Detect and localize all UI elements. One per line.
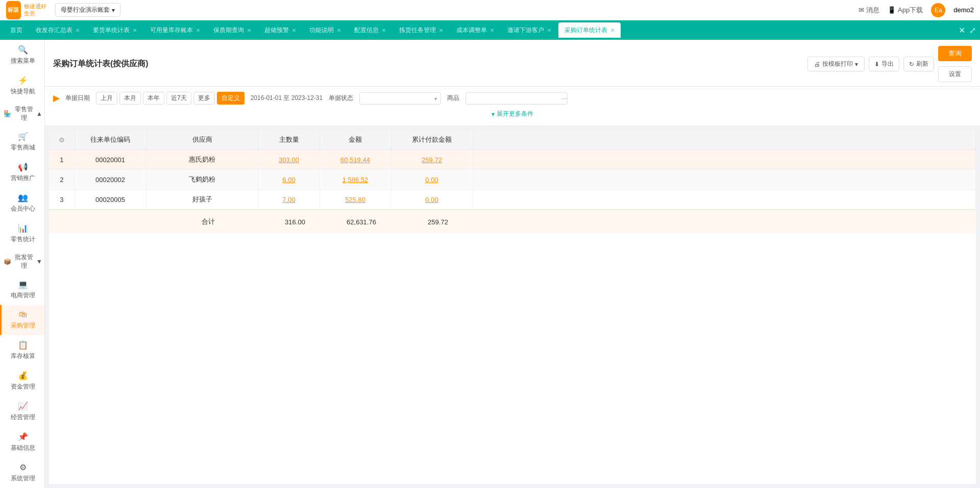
sidebar-label: 零售管理: [13, 105, 34, 122]
sidebar-item-marketing[interactable]: 📢 营销推广: [0, 157, 44, 188]
sidebar-item-purchase[interactable]: 🛍 采购管理: [0, 305, 44, 335]
query-button[interactable]: 查询: [938, 46, 972, 61]
sidebar-item-inventory[interactable]: 📋 库存核算: [0, 335, 44, 366]
print-button[interactable]: 🖨 按模板打印 ▾: [807, 57, 865, 71]
toggle-filter-button[interactable]: ▶: [53, 93, 59, 103]
expand-label: 展开更多条件: [497, 110, 533, 118]
sidebar-item-operations[interactable]: 📈 经营管理: [0, 396, 44, 427]
user-avatar[interactable]: Ea: [931, 3, 945, 17]
close-icon[interactable]: ✕: [337, 28, 341, 33]
cell-amount: 525.80: [320, 190, 391, 210]
date-preset-this-month[interactable]: 本月: [119, 92, 141, 105]
tab-label: 邀请下游客户: [507, 26, 544, 35]
column-settings-icon[interactable]: ⚙: [59, 136, 65, 144]
date-preset-more[interactable]: 更多: [193, 92, 215, 105]
tab-home[interactable]: 首页: [4, 22, 29, 38]
cell-num: 1: [49, 150, 75, 170]
close-icon[interactable]: ✕: [610, 28, 615, 33]
sidebar-label: 库存核算: [11, 352, 35, 361]
refresh-button[interactable]: ↻ 刷新: [903, 57, 934, 71]
sidebar-item-retail-stats[interactable]: 📊 零售统计: [0, 218, 44, 249]
operations-icon: 📈: [18, 401, 28, 411]
filter-bar: ▶ 单据日期 上月 本月 本年 近7天 更多 自定义 2016-01-01 至 …: [45, 87, 980, 126]
tab-config-info[interactable]: 配置信息 ✕: [348, 22, 392, 38]
top-bar-right: ✉ 消息 📱 App下载 Ea demo2: [859, 3, 974, 17]
logo-icon: 标版: [6, 1, 21, 19]
maximize-button[interactable]: ⤢: [969, 25, 976, 35]
close-icon[interactable]: ✕: [382, 28, 386, 33]
tab-purchase-stats[interactable]: 采购订单统计表 ✕: [558, 22, 621, 38]
close-icon[interactable]: ✕: [547, 28, 551, 33]
page-header-actions: 🖨 按模板打印 ▾ ⬇ 导出 ↻ 刷新 查询 设置: [807, 46, 972, 82]
tab-label: 拣货任务管理: [399, 26, 436, 35]
sidebar-item-member-center[interactable]: 👥 会员中心: [0, 188, 44, 218]
printer-icon: 🖨: [814, 61, 820, 68]
export-icon: ⬇: [874, 61, 879, 68]
goods-input[interactable]: [465, 92, 568, 105]
cell-paid: 0.00: [391, 190, 473, 210]
sidebar-item-quick-nav[interactable]: ⚡ 快捷导航: [0, 70, 44, 101]
close-icon[interactable]: ✕: [247, 28, 251, 33]
sidebar-item-retail-shop[interactable]: 🛒 零售商城: [0, 126, 44, 157]
tab-overstock-warning[interactable]: 超储预警 ✕: [258, 22, 302, 38]
sidebar-label: 电商管理: [11, 291, 35, 300]
date-preset-custom[interactable]: 自定义: [217, 92, 244, 105]
tab-invite-downstream[interactable]: 邀请下游客户 ✕: [501, 22, 557, 38]
tab-inventory-ledger[interactable]: 可用量库存账本 ✕: [144, 22, 206, 38]
close-icon[interactable]: ✕: [292, 28, 296, 33]
nav-tabs: 首页 收发存汇总表 ✕ 要货单统计表 ✕ 可用量库存账本 ✕ 保质期查询 ✕ 超…: [0, 20, 980, 40]
sidebar-item-wholesale[interactable]: 📦 批发管理 ▼: [0, 249, 44, 274]
footer-label: 合计: [152, 215, 264, 228]
close-icon[interactable]: ✕: [196, 28, 200, 33]
sidebar-item-retail[interactable]: 🏪 零售管理 ▲: [0, 101, 44, 126]
page-title: 采购订单统计表(按供应商): [53, 59, 149, 69]
tab-function-desc[interactable]: 功能说明 ✕: [303, 22, 347, 38]
goods-more-icon[interactable]: ···: [561, 94, 567, 102]
date-presets: 上月 本月 本年 近7天 更多 自定义: [96, 92, 244, 105]
sidebar-item-finance[interactable]: 💰 资金管理: [0, 366, 44, 396]
tab-receive-summary[interactable]: 收发存汇总表 ✕: [30, 22, 86, 38]
date-preset-7days[interactable]: 近7天: [166, 92, 191, 105]
sidebar-item-system[interactable]: ⚙ 系统管理: [0, 457, 44, 488]
export-button[interactable]: ⬇ 导出: [869, 57, 899, 71]
quick-nav-icon: ⚡: [18, 75, 28, 85]
logo-text: 畅捷通好生意: [24, 3, 51, 16]
sidebar-label: 批发管理: [13, 253, 34, 270]
tab-label: 采购订单统计表: [565, 26, 607, 35]
user-name[interactable]: demo2: [953, 6, 974, 14]
table-footer: 合计 316.00 62,631.76 259.72: [49, 210, 976, 234]
settings-button[interactable]: 设置: [938, 66, 972, 82]
tab-label: 要货单统计表: [93, 26, 130, 35]
close-icon[interactable]: ✕: [490, 28, 494, 33]
date-preset-this-year[interactable]: 本年: [143, 92, 164, 105]
workspace-selector[interactable]: 母婴行业演示账套 ▾: [55, 3, 120, 17]
sidebar-item-search[interactable]: 🔍 搜索菜单: [0, 40, 44, 70]
status-select[interactable]: [359, 92, 441, 105]
message-button[interactable]: ✉ 消息: [859, 6, 879, 15]
app-download-button[interactable]: 📱 App下载: [888, 6, 923, 15]
tab-expiry-query[interactable]: 保质期查询 ✕: [207, 22, 257, 38]
cell-code: 00020002: [75, 170, 146, 190]
date-preset-last-month[interactable]: 上月: [96, 92, 117, 105]
avatar-initial: Ea: [935, 7, 942, 14]
cell-num: 3: [49, 190, 75, 210]
workspace-dropdown-icon: ▾: [112, 7, 115, 14]
tab-pickup-task[interactable]: 拣货任务管理 ✕: [393, 22, 449, 38]
close-icon[interactable]: ✕: [439, 28, 443, 33]
retail-icon: 🏪: [4, 110, 11, 117]
sidebar-label: 资金管理: [11, 382, 35, 391]
sidebar-item-basic-info[interactable]: 📌 基础信息: [0, 427, 44, 457]
tab-order-stats[interactable]: 要货单统计表 ✕: [87, 22, 143, 38]
cell-empty: [473, 190, 976, 210]
sidebar-item-ecommerce[interactable]: 💻 电商管理: [0, 274, 44, 305]
search-icon: 🔍: [18, 45, 28, 55]
tab-label: 保质期查询: [213, 26, 244, 35]
close-icon[interactable]: ✕: [76, 28, 80, 33]
sidebar: 🔍 搜索菜单 ⚡ 快捷导航 🏪 零售管理 ▲ 🛒 零售商城 📢 营销推广 👥 会…: [0, 40, 45, 488]
tab-cost-adjust[interactable]: 成本调整单 ✕: [450, 22, 500, 38]
close-icon[interactable]: ✕: [133, 28, 137, 33]
close-window-button[interactable]: ✕: [959, 25, 965, 35]
expand-more-button[interactable]: ▾ 展开更多条件: [487, 108, 537, 120]
shop-icon: 🛒: [18, 132, 28, 141]
sidebar-label: 会员中心: [11, 204, 35, 213]
